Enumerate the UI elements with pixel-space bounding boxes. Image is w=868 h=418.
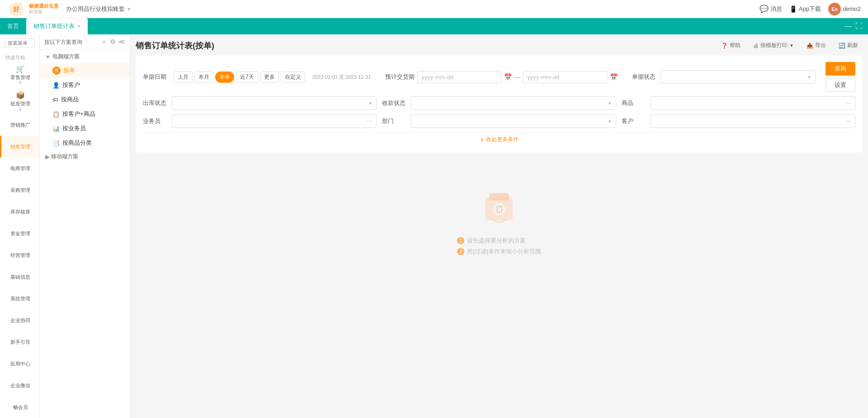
download-icon: 📱 — [789, 5, 797, 13]
settings-scheme-button[interactable]: ⚙ — [110, 38, 116, 46]
user-menu[interactable]: Ea demo2 — [828, 3, 861, 15]
salesperson-select[interactable]: ··· — [172, 114, 377, 128]
sidebar-item-inventory[interactable]: 库存核算 — [0, 201, 39, 223]
messages-button[interactable]: 💬 消息 — [760, 5, 782, 13]
expected-date-start[interactable] — [417, 71, 501, 83]
scheme-by-category[interactable]: 📑 按商品分类 — [40, 136, 130, 150]
tab-home[interactable]: 首页 — [0, 18, 26, 34]
sidebar-item-wholesale[interactable]: 📦 批发管理 ▲ — [0, 88, 39, 114]
date-btn-this-month[interactable]: 本月 — [194, 71, 213, 83]
left-panel: 按以下方案查询 ＋ ⚙ ≪ ▼ 电脑端方案 按 按单 👤 按客户 🏷 按商品 📋… — [40, 34, 130, 418]
payment-status-label: 收款状态 — [382, 99, 407, 107]
customer-col: 客户 ··· — [622, 114, 855, 128]
sidebar-item-basic[interactable]: 基础信息 — [0, 266, 39, 288]
sidebar-item-retail[interactable]: 🛒 零售管理 ▼ — [0, 62, 39, 88]
salesperson-more-icon[interactable]: ··· — [367, 117, 373, 125]
sidebar-item-apps[interactable]: 应用中心 — [0, 353, 39, 375]
sidebar-item-sales[interactable]: 销售管理 — [0, 136, 39, 157]
delivery-status-select[interactable]: ▼ — [172, 96, 377, 110]
customer-select[interactable]: ··· — [651, 114, 855, 128]
refresh-icon: 🔄 — [839, 43, 845, 49]
query-button[interactable]: 查询 — [826, 62, 855, 76]
scheme-by-customer-product[interactable]: 📋 按客户+商品 — [40, 107, 130, 121]
main-content: 销售订单统计表(按单) ❓ 帮助 🖨 按模板打印 ▼ 📤 导出 🔄 刷新 — [130, 34, 868, 418]
top-bar: 好 畅捷通好生意 标准版 办公用品行业模拟账套 ▼ 💬 消息 📱 App下载 E… — [0, 0, 868, 18]
scheme-by-product[interactable]: 🏷 按商品 — [40, 92, 130, 107]
svg-text:好: 好 — [13, 5, 20, 13]
product-col: 商品 ··· — [622, 96, 855, 110]
status-select[interactable]: ▼ — [660, 70, 816, 84]
sidebar-item-system[interactable]: 系统管理 — [0, 288, 39, 309]
nav-tab-icons: — ⛶ — [844, 22, 868, 30]
filter-row-2: 出库状态 ▼ 收款状态 ▼ 商品 — [143, 96, 855, 110]
sidebar-item-enterprise[interactable]: 企业协同 — [0, 309, 39, 331]
date-btn-custom[interactable]: 自定义 — [281, 71, 305, 83]
expected-date-end[interactable] — [523, 71, 607, 83]
sidebar: 快捷导航 🛒 零售管理 ▼ 📦 批发管理 ▲ 营销推广 销售管理 电商管理 采购… — [0, 34, 40, 418]
hint-row-2: 2 用[过滤]条件来缩小分析范围 — [457, 247, 541, 256]
sidebar-item-marketing[interactable]: 营销推广 — [0, 114, 39, 136]
delivery-chevron: ▼ — [368, 101, 373, 106]
sidebar-item-member[interactable]: 畅会员 — [0, 396, 39, 418]
page-actions: ❓ 帮助 🖨 按模板打印 ▼ 📤 导出 🔄 刷新 — [717, 40, 863, 51]
date-btn-this-year[interactable]: 本年 — [215, 71, 234, 83]
tab-sales-stats[interactable]: 销售订单统计表 × — [26, 18, 88, 34]
settings-button[interactable]: 设置 — [826, 78, 855, 92]
collapse-panel-button[interactable]: ≪ — [118, 38, 125, 46]
scheme-badge: 按 — [52, 66, 61, 75]
brand-text: 畅捷通好生意 标准版 — [29, 3, 59, 14]
delivery-status-col: 出库状态 ▼ — [143, 96, 377, 110]
sidebar-item-newbie[interactable]: 新手引导 — [0, 331, 39, 353]
svg-rect-3 — [489, 193, 509, 200]
minimize-window-button[interactable]: — — [844, 22, 852, 30]
refresh-button[interactable]: 🔄 刷新 — [834, 40, 863, 51]
product-more-icon[interactable]: ··· — [845, 99, 851, 107]
date-dash: — — [514, 74, 520, 81]
export-button[interactable]: 📤 导出 — [802, 40, 830, 51]
product-icon: 🏷 — [52, 96, 58, 103]
scheme-by-salesperson[interactable]: 📊 按业务员 — [40, 121, 130, 136]
salesperson-col: 业务员 ··· — [143, 114, 377, 128]
customer-icon: 👤 — [52, 82, 60, 89]
date-buttons: 上月 本月 本年 近7天 更多 自定义 — [174, 71, 305, 83]
search-input[interactable] — [5, 38, 35, 48]
add-scheme-button[interactable]: ＋ — [101, 38, 107, 46]
app-download-button[interactable]: 📱 App下载 — [789, 5, 821, 13]
date-label: 单据日期 — [143, 73, 168, 81]
retail-icon: 🛒 — [16, 65, 25, 73]
sidebar-item-purchase[interactable]: 采购管理 — [0, 179, 39, 201]
sidebar-item-wechat[interactable]: 企业微信 — [0, 375, 39, 396]
scheme-by-customer[interactable]: 👤 按客户 — [40, 78, 130, 92]
expected-date-end-calendar[interactable]: 📅 — [610, 73, 618, 81]
pc-section-header[interactable]: ▼ 电脑端方案 — [40, 50, 130, 63]
sidebar-item-ecommerce[interactable]: 电商管理 — [0, 157, 39, 179]
sidebar-item-business[interactable]: 经营管理 — [0, 244, 39, 266]
date-range-display: 2023-01-01 至 2023-12-31 — [312, 74, 371, 81]
template-print-button[interactable]: 🖨 按模板打印 ▼ — [749, 40, 798, 51]
help-button[interactable]: ❓ 帮助 — [717, 40, 745, 51]
payment-status-col: 收款状态 ▼ — [382, 96, 616, 110]
tab-close-button[interactable]: × — [77, 23, 80, 29]
maximize-window-button[interactable]: ⛶ — [855, 22, 863, 30]
product-select[interactable]: ··· — [651, 96, 855, 110]
expected-date-start-calendar[interactable]: 📅 — [504, 73, 512, 81]
app-selector[interactable]: 办公用品行业模拟账套 ▼ — [66, 5, 132, 13]
collapse-button[interactable]: ∧ 收起更多条件 — [143, 133, 855, 146]
department-select[interactable]: ▼ — [411, 114, 616, 128]
filter-row-3: 业务员 ··· 部门 ▼ 客户 — [143, 114, 855, 128]
date-btn-last-month[interactable]: 上月 — [174, 71, 193, 83]
wholesale-expand-icon: ▲ — [19, 107, 23, 111]
empty-state-illustration: 📋 — [476, 184, 522, 229]
date-btn-7days[interactable]: 近7天 — [236, 71, 258, 83]
date-btn-more[interactable]: 更多 — [260, 71, 279, 83]
delivery-status-label: 出库状态 — [143, 99, 168, 107]
customer-more-icon[interactable]: ··· — [845, 117, 851, 125]
payment-status-select[interactable]: ▼ — [411, 96, 616, 110]
department-chevron: ▼ — [608, 119, 612, 124]
svg-text:📋: 📋 — [495, 205, 504, 213]
mobile-section-header[interactable]: ▶ 移动端方案 — [40, 150, 130, 163]
scheme-by-order[interactable]: 按 按单 — [40, 63, 130, 78]
filter-row-1: 单据日期 上月 本月 本年 近7天 更多 自定义 2023-01-01 至 20… — [143, 62, 855, 92]
sidebar-item-finance[interactable]: 资金管理 — [0, 223, 39, 244]
status-label: 单据状态 — [632, 73, 657, 81]
